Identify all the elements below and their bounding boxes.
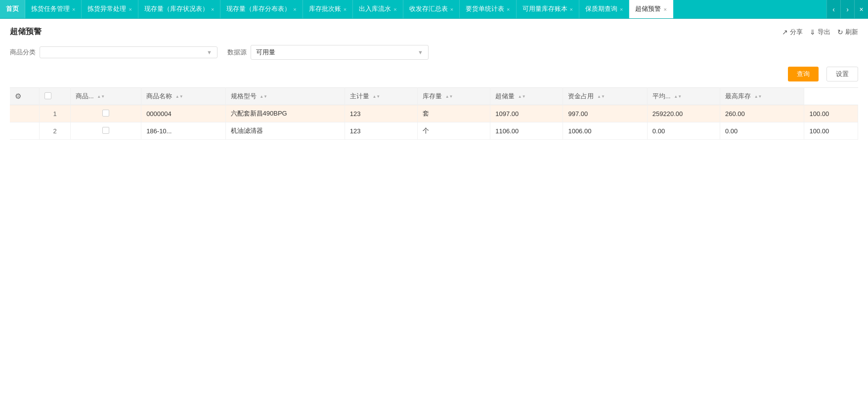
sort-icon-stock-qty: ▲▼ bbox=[445, 95, 453, 99]
nav-tab-batch-close[interactable]: × bbox=[344, 6, 347, 12]
th-spec-label: 规格型号 bbox=[231, 92, 257, 100]
th-capital-use-label: 资金占用 bbox=[568, 92, 594, 100]
sort-icon-unit: ▲▼ bbox=[372, 95, 380, 99]
th-checkbox bbox=[40, 88, 70, 105]
table-row: 2 186-10... 机油滤清器 123 个 1106.00 1006.00 … bbox=[10, 122, 858, 140]
th-product-code[interactable]: 商品... ▲▼ bbox=[70, 88, 141, 105]
nav-tab-stock-status-label: 现存量（库存状况表） bbox=[144, 5, 209, 13]
th-over-qty[interactable]: 超储量 ▲▼ bbox=[490, 88, 563, 105]
cell-max-stock-0: 100.00 bbox=[804, 105, 858, 122]
nav-arrow-close[interactable]: × bbox=[854, 0, 868, 19]
th-spec[interactable]: 规格型号 ▲▼ bbox=[225, 88, 345, 105]
th-avg[interactable]: 平均... ▲▼ bbox=[647, 88, 720, 105]
cell-over-qty-0: 997.00 bbox=[563, 105, 647, 122]
export-icon: ⇓ bbox=[810, 28, 816, 36]
nav-tab-overstock-close[interactable]: × bbox=[663, 6, 666, 12]
sort-icon-product-code: ▲▼ bbox=[97, 95, 105, 99]
query-button[interactable]: 查询 bbox=[788, 67, 819, 81]
cell-capital-use-1: 0.00 bbox=[647, 122, 720, 140]
cell-spec-1: 123 bbox=[345, 122, 417, 140]
nav-tab-collect[interactable]: 收发存汇总表 × bbox=[403, 0, 460, 19]
nav-tab-abnormal[interactable]: 拣货异常处理 × bbox=[82, 0, 138, 19]
cell-avg-0: 260.00 bbox=[720, 105, 804, 122]
nav-tab-task-mgmt-close[interactable]: × bbox=[72, 6, 75, 12]
nav-tab-avail-stock-close[interactable]: × bbox=[570, 6, 573, 12]
th-max-stock[interactable]: 最高库存 ▲▼ bbox=[720, 88, 804, 105]
action-buttons-row: 查询 设置 bbox=[10, 67, 858, 81]
cell-over-qty-1: 1006.00 bbox=[563, 122, 647, 140]
nav-tab-inout-flow-label: 出入库流水 bbox=[359, 5, 391, 13]
product-category-select[interactable]: ▼ bbox=[40, 46, 217, 58]
nav-tab-home[interactable]: 首页 bbox=[0, 0, 25, 19]
row-checkbox-1[interactable] bbox=[102, 127, 109, 134]
header-actions: ↗ 分享 ⇓ 导出 ↻ 刷新 bbox=[782, 28, 858, 37]
th-unit[interactable]: 主计量 ▲▼ bbox=[345, 88, 417, 105]
nav-tab-inout-flow-close[interactable]: × bbox=[393, 6, 396, 12]
share-action[interactable]: ↗ 分享 bbox=[782, 28, 803, 37]
nav-tab-overstock[interactable]: 超储预警 × bbox=[629, 0, 673, 19]
th-stock-qty[interactable]: 库存量 ▲▼ bbox=[418, 88, 490, 105]
th-settings: ⚙ bbox=[10, 88, 40, 105]
data-source-value: 可用量 bbox=[256, 48, 275, 57]
nav-tab-stock-dist[interactable]: 现存量（库存分布表） × bbox=[220, 0, 303, 19]
nav-tab-abnormal-close[interactable]: × bbox=[129, 6, 131, 12]
cell-unit-0: 套 bbox=[418, 105, 490, 122]
nav-tab-batch-label: 库存批次账 bbox=[309, 5, 341, 13]
nav-arrow-left[interactable]: ‹ bbox=[826, 0, 840, 19]
cell-settings-0 bbox=[10, 105, 40, 122]
th-capital-use[interactable]: 资金占用 ▲▼ bbox=[563, 88, 647, 105]
table-row: 1 0000004 六配套新昌490BPG 123 套 1097.00 997.… bbox=[10, 105, 858, 122]
th-product-name[interactable]: 商品名称 ▲▼ bbox=[141, 88, 225, 105]
nav-tab-avail-stock[interactable]: 可用量库存账本 × bbox=[517, 0, 579, 19]
refresh-label: 刷新 bbox=[845, 28, 858, 37]
nav-tab-stock-status-close[interactable]: × bbox=[211, 6, 214, 12]
share-label: 分享 bbox=[790, 28, 803, 37]
th-over-qty-label: 超储量 bbox=[495, 92, 515, 100]
cell-settings-1 bbox=[10, 122, 40, 140]
nav-tab-inout-flow[interactable]: 出入库流水 × bbox=[353, 0, 403, 19]
th-max-stock-label: 最高库存 bbox=[725, 92, 751, 100]
nav-tab-stock-status[interactable]: 现存量（库存状况表） × bbox=[138, 0, 220, 19]
row-checkbox-0[interactable] bbox=[102, 110, 109, 117]
cell-spec-0: 123 bbox=[345, 105, 417, 122]
nav-tab-collect-label: 收发存汇总表 bbox=[409, 5, 448, 13]
nav-tab-shelf-life-close[interactable]: × bbox=[620, 6, 623, 12]
cell-avg-1: 0.00 bbox=[720, 122, 804, 140]
cell-rownum-1: 2 bbox=[40, 122, 70, 140]
product-category-filter: 商品分类 ▼ bbox=[10, 46, 217, 58]
table-header-row: ⚙ 商品... ▲▼ 商品名称 ▲▼ 规格型号 ▲▼ 主计 bbox=[10, 88, 858, 105]
data-source-select[interactable]: 可用量 ▼ bbox=[251, 45, 429, 60]
nav-tab-task-mgmt[interactable]: 拣货任务管理 × bbox=[25, 0, 82, 19]
th-product-code-label: 商品... bbox=[76, 92, 94, 100]
th-avg-label: 平均... bbox=[652, 92, 671, 100]
page-content: 超储预警 ↗ 分享 ⇓ 导出 ↻ 刷新 商品分类 ▼ 数据源 bbox=[0, 19, 868, 148]
export-action[interactable]: ⇓ 导出 bbox=[810, 28, 830, 37]
sort-icon-capital-use: ▲▼ bbox=[597, 95, 605, 99]
settings-button[interactable]: 设置 bbox=[826, 67, 858, 81]
export-label: 导出 bbox=[818, 28, 830, 37]
th-unit-label: 主计量 bbox=[350, 92, 369, 100]
gear-icon[interactable]: ⚙ bbox=[15, 92, 21, 100]
nav-tab-shelf-life[interactable]: 保质期查询 × bbox=[579, 0, 629, 19]
nav-tab-abnormal-label: 拣货异常处理 bbox=[87, 5, 126, 13]
refresh-action[interactable]: ↻ 刷新 bbox=[837, 28, 858, 37]
nav-tab-collect-close[interactable]: × bbox=[450, 6, 453, 12]
nav-tab-order-stat[interactable]: 要货单统计表 × bbox=[460, 0, 516, 19]
top-nav-bar: 首页 拣货任务管理 × 拣货异常处理 × 现存量（库存状况表） × 现存量（库存… bbox=[0, 0, 868, 19]
nav-tab-home-label: 首页 bbox=[6, 5, 19, 13]
nav-tab-task-mgmt-label: 拣货任务管理 bbox=[31, 5, 70, 13]
cell-rownum-0: 1 bbox=[40, 105, 70, 122]
sort-icon-over-qty: ▲▼ bbox=[518, 95, 526, 99]
data-table: ⚙ 商品... ▲▼ 商品名称 ▲▼ 规格型号 ▲▼ 主计 bbox=[10, 87, 858, 140]
cell-capital-use-0: 259220.00 bbox=[647, 105, 720, 122]
cell-product-name-0: 六配套新昌490BPG bbox=[225, 105, 345, 122]
nav-tab-order-stat-close[interactable]: × bbox=[507, 6, 510, 12]
nav-arrow-right[interactable]: › bbox=[840, 0, 854, 19]
cell-checkbox-0 bbox=[70, 105, 141, 122]
data-source-label: 数据源 bbox=[227, 48, 247, 57]
sort-icon-product-name: ▲▼ bbox=[175, 95, 183, 99]
cell-checkbox-1 bbox=[70, 122, 141, 140]
header-checkbox[interactable] bbox=[44, 92, 51, 99]
nav-tab-stock-dist-close[interactable]: × bbox=[293, 6, 296, 12]
nav-tab-batch[interactable]: 库存批次账 × bbox=[303, 0, 353, 19]
